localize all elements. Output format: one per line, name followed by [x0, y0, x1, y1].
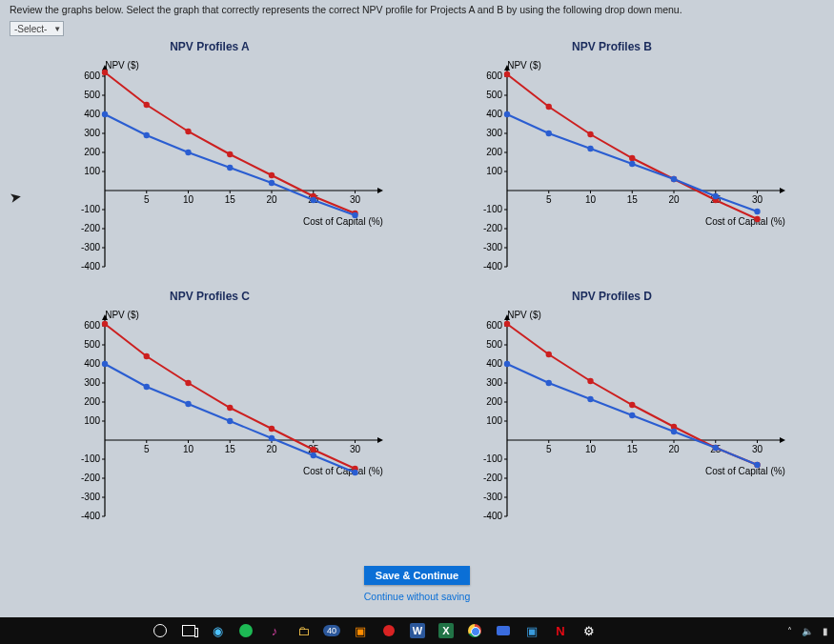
- cortana-icon[interactable]: ◉: [210, 623, 225, 638]
- svg-point-197: [629, 402, 635, 408]
- start-icon[interactable]: [153, 623, 168, 638]
- sound-icon[interactable]: 🔈: [802, 626, 813, 636]
- continue-without-saving-link[interactable]: Continue without saving: [0, 591, 834, 602]
- settings-icon[interactable]: ⚙: [581, 623, 597, 638]
- svg-point-206: [713, 445, 719, 451]
- svg-point-201: [504, 361, 510, 367]
- svg-text:30: 30: [752, 194, 763, 205]
- svg-text:300: 300: [486, 128, 502, 138]
- svg-point-38: [102, 70, 108, 75]
- svg-text:15: 15: [627, 194, 639, 205]
- svg-text:300: 300: [486, 377, 502, 388]
- svg-point-103: [754, 209, 760, 214]
- recorder-icon[interactable]: [496, 623, 511, 638]
- chart-D: NPV Profiles D 600500400300200100-100-20…: [412, 290, 812, 537]
- camera-icon[interactable]: ▣: [524, 623, 539, 638]
- svg-text:-100: -100: [483, 453, 502, 464]
- svg-text:500: 500: [84, 90, 100, 100]
- chart-A-plot: 600500400300200100-100-200-300-400510152…: [76, 61, 391, 280]
- svg-text:NPV ($): NPV ($): [105, 311, 139, 320]
- store-icon[interactable]: ▣: [353, 623, 368, 638]
- svg-point-207: [754, 462, 760, 468]
- svg-point-203: [587, 396, 593, 402]
- svg-text:15: 15: [225, 444, 236, 454]
- svg-text:-400: -400: [81, 261, 100, 272]
- chart-A-title: NPV Profiles A: [10, 40, 410, 53]
- svg-text:5: 5: [546, 444, 552, 454]
- svg-point-194: [504, 321, 510, 327]
- svg-point-205: [671, 429, 677, 434]
- chart-D-title: NPV Profiles D: [412, 290, 812, 303]
- svg-point-101: [671, 176, 677, 182]
- svg-text:600: 600: [84, 320, 100, 331]
- svg-text:400: 400: [84, 358, 100, 369]
- chevron-down-icon: ▼: [53, 25, 61, 33]
- svg-point-155: [352, 470, 357, 475]
- svg-point-147: [311, 447, 316, 453]
- svg-point-142: [102, 321, 108, 327]
- svg-text:-400: -400: [81, 511, 100, 521]
- svg-text:Cost of Capital (%): Cost of Capital (%): [303, 216, 383, 227]
- svg-marker-107: [377, 437, 383, 443]
- svg-text:15: 15: [627, 444, 639, 454]
- svg-text:20: 20: [668, 444, 680, 454]
- svg-text:300: 300: [84, 377, 100, 388]
- svg-text:-200: -200: [483, 223, 502, 233]
- svg-point-49: [269, 180, 275, 186]
- tray-chevron-up-icon[interactable]: ˄: [787, 626, 792, 636]
- svg-text:-200: -200: [81, 223, 100, 233]
- svg-point-50: [311, 197, 316, 203]
- svg-text:5: 5: [144, 444, 150, 454]
- svg-point-47: [185, 150, 191, 155]
- spotify-icon[interactable]: [238, 623, 254, 638]
- svg-text:5: 5: [144, 194, 150, 205]
- chart-C: NPV Profiles C 600500400300200100-100-20…: [10, 290, 410, 537]
- svg-point-51: [352, 212, 357, 218]
- file-explorer-icon[interactable]: 🗀: [295, 623, 311, 638]
- chart-D-plot: 600500400300200100-100-200-300-400510152…: [478, 311, 793, 530]
- svg-point-40: [185, 129, 191, 134]
- svg-text:-300: -300: [483, 492, 502, 502]
- svg-text:600: 600: [486, 320, 502, 331]
- svg-text:-200: -200: [483, 473, 502, 483]
- chrome-icon[interactable]: [467, 623, 482, 638]
- svg-text:400: 400: [486, 109, 502, 119]
- svg-point-45: [102, 111, 108, 117]
- svg-point-92: [587, 131, 593, 137]
- svg-text:NPV ($): NPV ($): [105, 61, 139, 70]
- save-continue-button[interactable]: Save & Continue: [364, 566, 470, 585]
- chart-B: NPV Profiles B 600500400300200100-100-20…: [412, 40, 812, 288]
- svg-point-41: [227, 151, 233, 157]
- netflix-icon[interactable]: N: [553, 623, 568, 638]
- svg-text:5: 5: [546, 194, 552, 205]
- chart-C-plot: 600500400300200100-100-200-300-400510152…: [76, 311, 391, 530]
- music-icon[interactable]: ♪: [267, 623, 282, 638]
- svg-text:30: 30: [350, 444, 361, 454]
- word-icon[interactable]: W: [410, 623, 425, 638]
- svg-marker-55: [780, 188, 785, 193]
- svg-point-154: [311, 453, 316, 458]
- badge-icon[interactable]: 40: [324, 623, 339, 638]
- graph-select-dropdown[interactable]: -Select- ▼: [10, 21, 64, 36]
- svg-text:400: 400: [84, 109, 100, 119]
- svg-point-46: [144, 132, 150, 138]
- task-view-icon[interactable]: [181, 623, 196, 638]
- svg-text:20: 20: [266, 444, 277, 454]
- chart-B-title: NPV Profiles B: [412, 40, 812, 53]
- svg-text:Cost of Capital (%): Cost of Capital (%): [705, 466, 785, 476]
- battery-icon[interactable]: ▮: [823, 626, 828, 636]
- svg-text:10: 10: [183, 444, 194, 454]
- dropdown-selected-label: -Select-: [14, 24, 47, 34]
- svg-text:-400: -400: [483, 261, 502, 272]
- svg-text:10: 10: [585, 194, 597, 205]
- excel-icon[interactable]: X: [438, 623, 454, 638]
- windows-taskbar[interactable]: ◉ ♪ 🗀 40 ▣ W X ▣ N ⚙ ˄ 🔈 ▮: [0, 617, 834, 644]
- svg-text:-300: -300: [483, 242, 502, 252]
- svg-point-143: [144, 353, 150, 359]
- svg-text:-100: -100: [483, 204, 502, 214]
- chart-B-plot: 600500400300200100-100-200-300-400510152…: [478, 61, 793, 280]
- svg-point-42: [269, 172, 275, 178]
- svg-point-204: [629, 413, 635, 418]
- powerpoint-icon[interactable]: [381, 623, 397, 638]
- svg-text:Cost of Capital (%): Cost of Capital (%): [705, 216, 785, 227]
